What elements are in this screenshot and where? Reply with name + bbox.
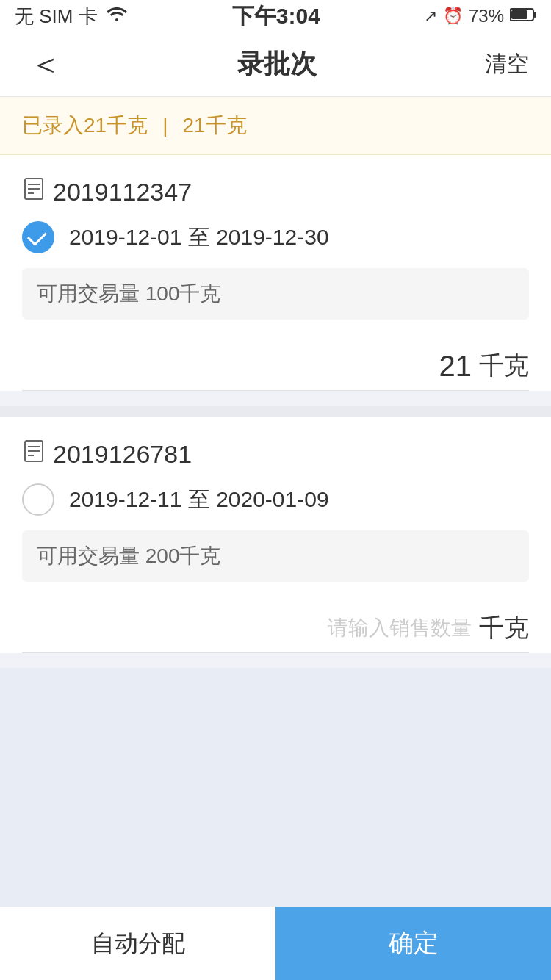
batch-2-divider xyxy=(22,652,529,653)
section-separator-1 xyxy=(0,406,551,417)
back-button[interactable]: ＜ xyxy=(22,35,69,93)
status-time: 下午3:04 xyxy=(232,1,320,32)
alarm-icon: ⏰ xyxy=(443,7,463,26)
summary-bar: 已录入21千克 | 21千克 xyxy=(0,97,551,155)
batch-2-quantity-row: 千克 xyxy=(0,597,551,652)
location-icon: ↗ xyxy=(424,7,437,26)
batch-2-date: 2019-12-11 至 2020-01-09 xyxy=(69,485,329,515)
batch-1-radio[interactable] xyxy=(22,221,54,253)
wifi-icon xyxy=(105,5,129,28)
batch-2-unit: 千克 xyxy=(479,611,529,645)
status-bar: 无 SIM 卡 下午3:04 ↗ ⏰ 73% xyxy=(0,0,551,32)
summary-value: 21千克 xyxy=(182,112,246,140)
status-left: 无 SIM 卡 xyxy=(15,4,129,29)
nav-bar: ＜ 录批次 清空 xyxy=(0,32,551,97)
batch-1-quantity-row: 21 千克 xyxy=(0,334,551,390)
batch-1-unit: 千克 xyxy=(479,349,529,383)
batch-1-header: 2019112347 xyxy=(0,155,551,214)
batch-1-date: 2019-12-01 至 2019-12-30 xyxy=(69,223,329,253)
summary-divider: | xyxy=(162,114,168,137)
batch-2-icon xyxy=(22,439,46,469)
batch-card-1: 2019112347 2019-12-01 至 2019-12-30 可用交易量… xyxy=(0,155,551,391)
no-sim-text: 无 SIM 卡 xyxy=(15,4,98,29)
batch-1-date-row: 2019-12-01 至 2019-12-30 xyxy=(0,214,551,261)
batch-2-radio[interactable] xyxy=(22,483,54,516)
batch-1-availability: 可用交易量 100千克 xyxy=(22,268,529,320)
summary-label: 已录入21千克 xyxy=(22,112,148,140)
batch-card-2: 2019126781 2019-12-11 至 2020-01-09 可用交易量… xyxy=(0,417,551,653)
clear-button[interactable]: 清空 xyxy=(485,49,529,79)
batch-1-id: 2019112347 xyxy=(53,178,192,206)
batch-1-divider xyxy=(22,390,529,391)
svg-rect-1 xyxy=(533,12,536,18)
batch-1-quantity-value: 21 xyxy=(383,350,472,383)
footer: 自动分配 确定 xyxy=(0,907,551,980)
status-right: ↗ ⏰ 73% xyxy=(424,6,536,26)
batch-2-quantity-input[interactable] xyxy=(207,616,472,640)
back-icon: ＜ xyxy=(29,46,62,82)
page-title: 录批次 xyxy=(237,46,317,82)
batch-2-header: 2019126781 xyxy=(0,417,551,476)
battery-icon xyxy=(510,6,536,26)
batch-2-date-row: 2019-12-11 至 2020-01-09 xyxy=(0,476,551,523)
batch-2-id: 2019126781 xyxy=(53,440,192,469)
batch-2-availability: 可用交易量 200千克 xyxy=(22,530,529,582)
svg-rect-2 xyxy=(511,10,527,19)
confirm-button[interactable]: 确定 xyxy=(276,907,551,980)
battery-text: 73% xyxy=(469,6,504,26)
batch-1-icon xyxy=(22,177,46,206)
auto-distribute-button[interactable]: 自动分配 xyxy=(0,907,276,980)
